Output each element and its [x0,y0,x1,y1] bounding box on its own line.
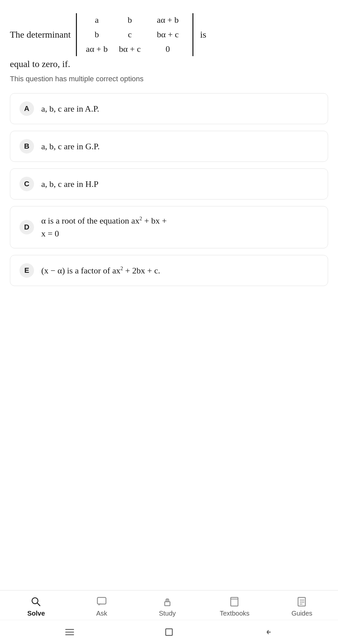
option-b[interactable]: B a, b, c are in G.P. [10,131,328,162]
option-c[interactable]: C a, b, c are in H.P [10,168,328,199]
matrix-container: a b aα + b b c bα + c aα + b bα + c 0 [76,13,193,56]
android-back-btn[interactable] [262,626,274,638]
equal-to-text: equal to zero, if. [10,59,328,69]
option-b-text: a, b, c are in G.P. [41,140,100,153]
statement-prefix: The determinant [10,29,71,40]
search-icon [30,596,42,608]
statement-suffix: is [200,29,206,40]
nav-label-solve: Solve [27,610,45,617]
option-e-badge: E [19,263,34,278]
cell-2-1: bα + c [113,44,146,54]
cell-2-2: 0 [146,44,189,54]
nav-item-ask[interactable]: Ask [88,596,115,617]
guides-icon [296,596,308,608]
option-d[interactable]: D α is a root of the equation ax2 + bx +… [10,206,328,248]
cell-1-1: c [113,30,146,40]
main-content: The determinant a b aα + b b c bα + c aα… [0,0,338,590]
option-a[interactable]: A a, b, c are in A.P. [10,93,328,124]
nav-label-study: Study [159,610,176,617]
matrix-grid: a b aα + b b c bα + c aα + b bα + c 0 [80,13,189,56]
android-menu-btn[interactable] [64,626,76,638]
cell-0-0: a [80,15,113,25]
chat-icon [96,596,108,608]
svg-rect-13 [166,629,172,635]
bottom-nav: Solve Ask Study [0,590,338,620]
cell-2-0: aα + b [80,44,113,54]
nav-items: Solve Ask Study [0,596,338,617]
bracket-right [192,13,193,56]
android-nav-bar [0,620,338,644]
nav-item-solve[interactable]: Solve [23,596,49,617]
bracket-left [76,13,77,56]
cell-0-1: b [113,15,146,25]
option-c-badge: C [19,177,34,191]
cell-0-2: aα + b [146,15,189,25]
svg-line-1 [37,603,40,606]
option-e-text: (x − α) is a factor of ax2 + 2bx + c. [41,264,160,277]
option-b-badge: B [19,139,34,154]
options-list: A a, b, c are in A.P. B a, b, c are in G… [10,93,328,286]
android-home-btn[interactable] [163,626,175,638]
multiple-correct-label: This question has multiple correct optio… [10,75,328,83]
textbook-icon [229,596,241,608]
study-icon [161,596,173,608]
nav-item-study[interactable]: Study [154,596,181,617]
option-d-badge: D [19,220,34,234]
option-a-text: a, b, c are in A.P. [41,102,99,115]
nav-label-guides: Guides [291,610,312,617]
svg-rect-4 [231,597,238,606]
svg-rect-3 [165,602,170,606]
nav-label-textbooks: Textbooks [220,610,250,617]
nav-item-guides[interactable]: Guides [289,596,315,617]
svg-rect-2 [97,597,106,604]
nav-label-ask: Ask [96,610,107,617]
option-c-text: a, b, c are in H.P [41,178,98,191]
option-e[interactable]: E (x − α) is a factor of ax2 + 2bx + c. [10,255,328,286]
option-d-text: α is a root of the equation ax2 + bx +x … [41,214,167,240]
nav-item-textbooks[interactable]: Textbooks [220,596,250,617]
question-statement: The determinant a b aα + b b c bα + c aα… [10,13,328,83]
cell-1-2: bα + c [146,30,189,40]
option-a-badge: A [19,101,34,116]
cell-1-0: b [80,30,113,40]
